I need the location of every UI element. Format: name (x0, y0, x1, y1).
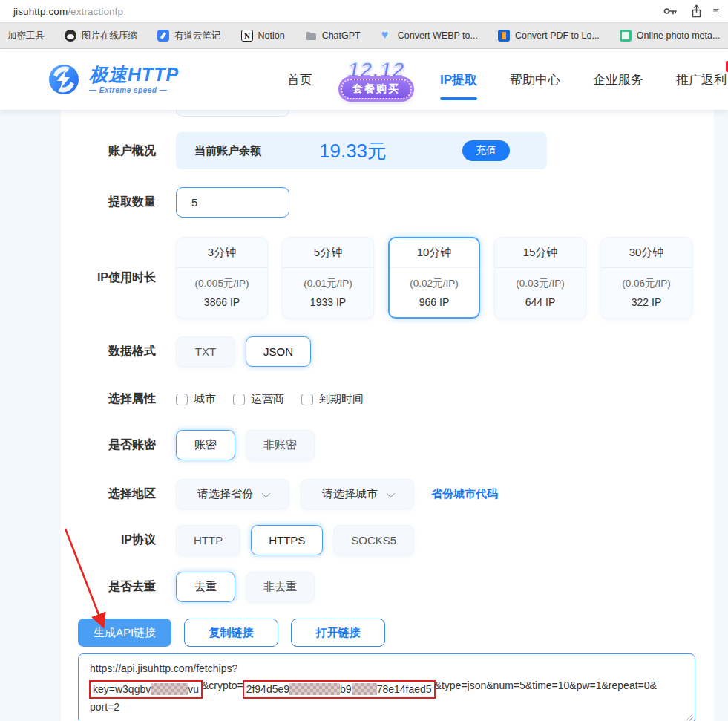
chevron-down-icon (387, 489, 395, 497)
attribute-checkbox-item[interactable]: 运营商 (233, 392, 284, 406)
card-divider (390, 267, 479, 268)
password-key-icon[interactable] (663, 4, 679, 18)
promo-package-buy-label: 套餐购买 (341, 79, 412, 99)
bookmark-item[interactable]: ChatGPT (305, 30, 361, 42)
recharge-button[interactable]: 充值 (462, 140, 510, 161)
redacted-highlight-box: key=w3qgbvvu (89, 680, 203, 699)
page-body: 账户概况 当前账户余额 19.33元 充值 提取数量 IP使用时长 (0, 110, 728, 721)
brand-logo[interactable]: 极速HTTP — Extreme speed — (47, 63, 179, 96)
copy-link-button[interactable]: 复制链接 (184, 619, 278, 647)
province-city-code-link[interactable]: 省份城市代码 (431, 487, 498, 501)
dedupe-chip[interactable]: 去重 (176, 572, 235, 602)
bookmark-item[interactable]: Notion (241, 30, 285, 42)
bookmark-label: Convert WEBP to... (398, 30, 478, 41)
brand-tagline: — Extreme speed — (89, 86, 179, 94)
card-divider (601, 267, 692, 268)
nav-item-enterprise[interactable]: 企业服务 (593, 71, 643, 88)
checkbox-unchecked[interactable] (233, 394, 245, 405)
nav-item-promotion[interactable]: 推广返利 (676, 71, 727, 88)
bookmark-label: Online photo meta... (637, 30, 721, 41)
auth-chip[interactable]: 非账密 (246, 430, 315, 460)
heart-icon (381, 30, 393, 42)
duration-label: IP使用时长 (78, 270, 156, 286)
duration-row: IP使用时长 3分钟 (0.005元/IP) 3866 IP 5分钟 (0.01… (78, 237, 714, 319)
main-nav: 首页 12.12 套餐购买 IP提取 帮助中心 企业服务 推广返利 (287, 60, 728, 99)
province-select[interactable]: 请选择省份 (176, 479, 289, 509)
account-overview-label: 账户概况 (78, 143, 156, 159)
panda-icon (65, 30, 76, 42)
city-select[interactable]: 请选择城市 (301, 479, 414, 509)
auth-options: 账密 非账密 (176, 430, 315, 460)
protocol-chip[interactable]: HTTPS (251, 525, 323, 555)
balance-label: 当前账户余额 (194, 144, 261, 158)
balance-box: 当前账户余额 19.33元 充值 (176, 132, 547, 169)
bookmark-label: Convert PDF to Lo... (515, 30, 600, 41)
api-url-output[interactable]: https://api.jisuhttp.com/fetchips? key=w… (78, 653, 695, 721)
format-chip[interactable]: TXT (176, 336, 235, 367)
card-divider (495, 267, 586, 268)
auth-chip[interactable]: 账密 (176, 430, 235, 460)
bookmark-item[interactable]: 加密工具 (7, 30, 45, 42)
sidebar-partial-icon[interactable] (713, 4, 719, 18)
url-path: /extractionIp (68, 6, 123, 17)
protocol-chip[interactable]: HTTP (176, 525, 240, 555)
bookmark-item[interactable]: Convert PDF to Lo... (498, 30, 600, 42)
checkbox-unchecked[interactable] (176, 394, 188, 405)
generate-api-link-button[interactable]: 生成API链接 (78, 619, 171, 647)
folder-icon (305, 30, 317, 42)
duration-card[interactable]: 30分钟 (0.06元/IP) 322 IP (600, 237, 692, 319)
card-divider (283, 267, 373, 268)
promo-banner-1212[interactable]: 12.12 套餐购买 (341, 60, 412, 99)
duration-options: 3分钟 (0.005元/IP) 3866 IP 5分钟 (0.01元/IP) 1… (176, 237, 692, 319)
promo-1212-text: 12.12 (347, 60, 405, 80)
url-text-segment: &type=json&num=5&time=10&pw=1&repeat=0& (435, 679, 657, 691)
lightning-logo-icon (47, 63, 80, 96)
extraction-form-card: 账户概况 当前账户余额 19.33元 充值 提取数量 IP使用时长 (61, 110, 714, 721)
browser-address-bar[interactable]: jisuhttp.com/extractionIp (0, 0, 728, 22)
duration-card[interactable]: 5分钟 (0.01元/IP) 1933 IP (282, 237, 374, 319)
redacted-highlight-box: 2f94d5e9b978e14faed5 (243, 680, 436, 699)
bookmark-item[interactable]: 图片在线压缩 (65, 30, 137, 42)
region-label: 选择地区 (78, 486, 156, 502)
auth-label: 是否账密 (78, 437, 156, 453)
mosaic-redaction (352, 683, 377, 695)
url-host: jisuhttp.com (13, 6, 68, 17)
nav-item-home[interactable]: 首页 (287, 71, 312, 88)
protocol-row: IP协议 HTTP HTTPS SOCKS5 (78, 525, 714, 555)
attribute-checkbox-item[interactable]: 到期时间 (301, 392, 364, 406)
data-format-label: 数据格式 (78, 344, 156, 359)
brand-name: 极速HTTP (89, 65, 179, 84)
checkbox-unchecked[interactable] (301, 394, 313, 405)
url-text-segment: &crypto= (202, 679, 243, 691)
page-url[interactable]: jisuhttp.com/extractionIp (13, 6, 123, 17)
card-divider (177, 267, 267, 268)
action-buttons-row: 生成API链接 复制链接 打开链接 (78, 619, 714, 647)
dedupe-chip[interactable]: 非去重 (246, 572, 315, 602)
bookmark-label: 有道云笔记 (174, 30, 221, 42)
nav-item-ip-extract[interactable]: IP提取 (440, 71, 477, 88)
attributes-label: 选择属性 (78, 391, 156, 407)
duration-card[interactable]: 15分钟 (0.03元/IP) 644 IP (494, 237, 586, 319)
protocol-chip[interactable]: SOCKS5 (333, 525, 414, 555)
attribute-options: 城市 运营商 到期时间 (176, 392, 364, 406)
brand-text: 极速HTTP — Extreme speed — (89, 65, 179, 94)
pdf-icon (498, 30, 510, 42)
cut-off-input-remnant (176, 110, 289, 117)
share-icon[interactable] (688, 4, 704, 18)
chevron-down-icon (262, 489, 270, 497)
quantity-input[interactable] (176, 187, 289, 218)
auth-row: 是否账密 账密 非账密 (78, 430, 714, 460)
bookmarks-bar: 加密工具 图片在线压缩 有道云笔记 Notion ChatGPT Convert… (0, 22, 728, 49)
protocol-label: IP协议 (78, 532, 156, 548)
format-chip[interactable]: JSON (246, 336, 311, 367)
bookmark-item[interactable]: Online photo meta... (620, 30, 721, 42)
duration-card[interactable]: 10分钟 (0.02元/IP) 966 IP (388, 237, 480, 319)
bookmark-item[interactable]: Convert WEBP to... (381, 30, 478, 42)
duration-card[interactable]: 3分钟 (0.005元/IP) 3866 IP (176, 237, 268, 319)
attribute-checkbox-item[interactable]: 城市 (176, 392, 216, 406)
site-header: 极速HTTP — Extreme speed — 首页 12.12 套餐购买 I… (0, 49, 728, 110)
nav-item-help-center[interactable]: 帮助中心 (510, 71, 560, 88)
region-row: 选择地区 请选择省份 请选择城市 省份城市代码 (78, 479, 714, 509)
bookmark-item[interactable]: 有道云笔记 (157, 30, 221, 42)
open-link-button[interactable]: 打开链接 (291, 619, 385, 647)
